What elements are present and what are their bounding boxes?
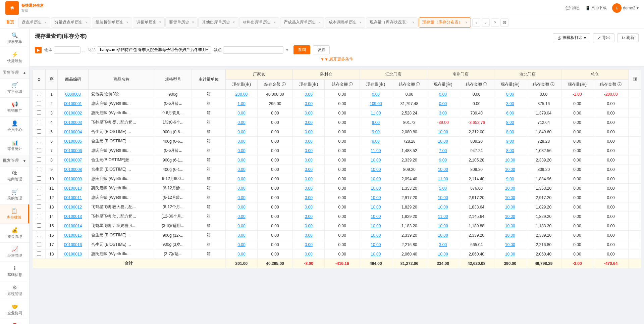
cell-checkbox[interactable]: [33, 90, 46, 99]
cell-spec: (12-36个月...: [154, 212, 192, 221]
close-icon[interactable]: ×: [233, 20, 235, 24]
sidebar-item-retail-stats[interactable]: 📊 零售统计: [0, 136, 29, 155]
tab-现存量库存分布表[interactable]: 现存量（库存分布表） ×: [419, 17, 471, 28]
guide-icon: 🎯: [1, 323, 28, 324]
print-btn[interactable]: 🖨 按模板打印 ▾: [553, 33, 590, 42]
cell-total-balance: 0.00: [593, 193, 629, 202]
query-btn[interactable]: 查询: [293, 45, 310, 54]
tab-分量盘点单历史[interactable]: 分量盘点单历史 ×: [51, 17, 91, 28]
cell-factory-stock: 0.00: [225, 174, 257, 184]
cell-jiangbei-balance: 2,917.20: [392, 193, 427, 202]
cell-factory-balance: 0.00: [258, 165, 293, 174]
tab-其他出库单历史[interactable]: 其他出库单历史 ×: [198, 17, 238, 28]
cell-checkbox[interactable]: [33, 118, 46, 127]
goods-input[interactable]: [97, 46, 211, 54]
cell-checkbox[interactable]: [33, 99, 46, 108]
close-icon[interactable]: ×: [274, 20, 276, 24]
tab-材料出库单历史[interactable]: 材料出库单历史 ×: [239, 17, 279, 28]
sidebar-item-marketing[interactable]: 📢 营销推广: [0, 98, 29, 117]
cell-checkbox[interactable]: [33, 240, 46, 249]
cell-checkbox[interactable]: [33, 137, 46, 146]
cell-checkbox[interactable]: [33, 155, 46, 165]
messages-btn[interactable]: 💬 消息: [566, 5, 580, 11]
cell-total-stock: 0.00: [561, 249, 593, 259]
cell-chen-stock: 0.00: [292, 118, 324, 127]
cell-nanan-stock: -39.00: [427, 118, 459, 127]
tab-盘点单历史[interactable]: 盘点单历史 ×: [18, 17, 50, 28]
close-icon[interactable]: ×: [126, 20, 128, 24]
sidebar-item-collab[interactable]: 🤝 企业协同: [0, 300, 29, 319]
tab-调拨单历史[interactable]: 调拨单历史 ×: [133, 17, 165, 28]
tab-home[interactable]: 首页: [3, 17, 17, 28]
cell-checkbox[interactable]: [33, 174, 46, 184]
collapse-btn[interactable]: ▶: [35, 47, 42, 53]
cell-checkbox[interactable]: [33, 184, 46, 193]
refresh-btn[interactable]: ↻ 刷新: [617, 33, 639, 42]
color-input[interactable]: [223, 46, 283, 54]
tab-要货单历史[interactable]: 要货单历史 ×: [165, 17, 198, 28]
cell-total-balance: 0.00: [593, 99, 629, 108]
cell-yuebei-balance: 1,379.04: [526, 108, 561, 118]
cell-checkbox[interactable]: [33, 249, 46, 259]
tab-组装拆卸单历史[interactable]: 组装拆卸单历史 ×: [92, 17, 132, 28]
cell-factory-balance: 0.00: [258, 146, 293, 155]
sidebar-item-guide[interactable]: 🎯 新手引导: [0, 319, 29, 324]
export-btn[interactable]: ↗ 导出: [593, 33, 614, 42]
close-icon[interactable]: ×: [192, 20, 194, 24]
cell-current: [629, 240, 641, 249]
sidebar-item-system[interactable]: ⚙ 系统管理: [0, 281, 29, 300]
cell-spec: 400g (6-1...: [154, 165, 192, 174]
settings-btn[interactable]: 设置: [313, 45, 330, 54]
sidebar-item-retail-shop[interactable]: 🛒 零售商城: [0, 79, 29, 98]
sidebar-item-ecommerce[interactable]: 🛍 电商管理: [0, 167, 29, 185]
col-gear[interactable]: ⚙: [33, 70, 46, 90]
cell-checkbox[interactable]: [33, 127, 46, 137]
cell-checkbox[interactable]: [33, 221, 46, 231]
warehouse-input[interactable]: [54, 46, 80, 54]
cell-seq: 6: [46, 137, 58, 146]
close-icon[interactable]: ×: [159, 20, 161, 24]
ellipsis-btn[interactable]: ...: [82, 48, 85, 52]
cell-code: 00100001: [58, 99, 89, 108]
info-icon: ℹ: [1, 265, 28, 272]
close-icon[interactable]: ×: [45, 20, 47, 24]
sidebar-item-finance[interactable]: 💰 资金管理: [0, 224, 29, 243]
cell-checkbox[interactable]: [33, 212, 46, 221]
tab-成本调整单历史[interactable]: 成本调整单历史 ×: [325, 17, 365, 28]
cell-unit: 箱: [192, 212, 226, 221]
summary-row: 合计 201.00 40,295.00 -8.00 -416.16 494.00…: [33, 259, 641, 268]
cell-code: 00100012: [58, 202, 89, 212]
cell-checkbox[interactable]: [33, 108, 46, 118]
tab-next-btn[interactable]: ›: [482, 18, 490, 27]
close-icon[interactable]: ×: [319, 20, 321, 24]
sidebar-item-member[interactable]: 👤 会员中心: [0, 117, 29, 136]
cell-yuebei-balance: 1,849.60: [526, 127, 561, 137]
sidebar-item-wholesale[interactable]: 批发管理 ▼: [0, 155, 29, 167]
cell-checkbox[interactable]: [33, 146, 46, 155]
tab-close-btn[interactable]: ×: [491, 18, 499, 27]
sidebar-item-inventory[interactable]: 📋 库存核算: [0, 204, 29, 224]
sidebar-item-search[interactable]: 🔍 搜索英单: [0, 29, 29, 48]
expand-conditions-btn[interactable]: ▼▼ 展开更多条件: [320, 56, 353, 62]
tab-产成品入库单历史[interactable]: 产成品入库单历史 ×: [280, 17, 324, 28]
cell-checkbox[interactable]: [33, 193, 46, 202]
tab-prev-btn[interactable]: ‹: [472, 18, 480, 27]
tab-expand-btn[interactable]: ⊡: [500, 18, 508, 27]
close-icon[interactable]: ×: [413, 20, 415, 24]
close-icon[interactable]: ×: [360, 20, 362, 24]
sidebar-item-basic-info[interactable]: ℹ 基础信息: [0, 262, 29, 281]
cell-checkbox[interactable]: [33, 202, 46, 212]
close-icon[interactable]: ×: [465, 20, 467, 24]
app-download-btn[interactable]: 📱 App下载: [585, 5, 607, 11]
sidebar-item-retail-mgmt[interactable]: 零售管理 ▲: [0, 67, 29, 79]
sidebar-item-nav[interactable]: ⚡ 快捷导航: [0, 48, 29, 67]
sidebar-item-operations[interactable]: 📈 经营管理: [0, 243, 29, 262]
cell-yuebei-stock: 6.00: [494, 108, 526, 118]
close-icon[interactable]: ×: [86, 20, 88, 24]
sidebar-item-purchase[interactable]: 🛒 采购管理: [0, 185, 29, 204]
tab-现存量库存状况表[interactable]: 现存量（库存状况表） ×: [366, 17, 418, 28]
user-menu[interactable]: E demo2 ▾: [612, 3, 639, 13]
cell-checkbox[interactable]: [33, 231, 46, 240]
cell-name: 惠氏启赋 (Wyeth illu...: [89, 193, 154, 202]
cell-checkbox[interactable]: [33, 165, 46, 174]
